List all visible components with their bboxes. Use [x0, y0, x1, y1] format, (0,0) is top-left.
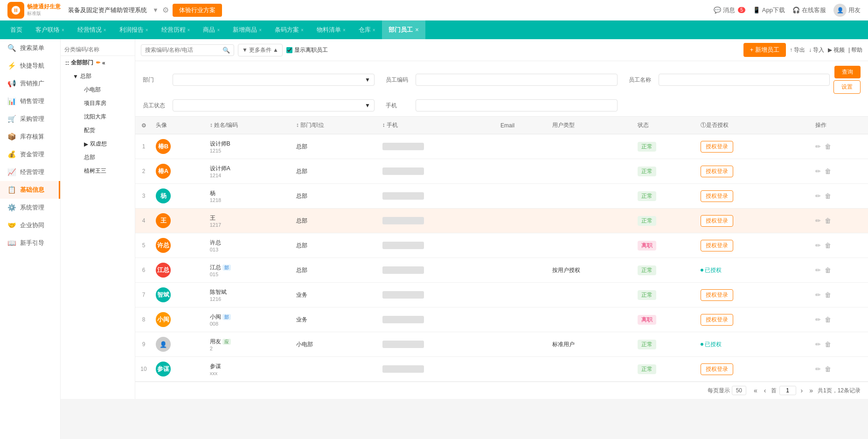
delete-icon[interactable]: 🗑 — [825, 217, 831, 224]
col-auth[interactable]: ①是否授权 — [697, 117, 793, 134]
nav-tab-仓库[interactable]: 仓库 × — [352, 21, 382, 39]
message-btn[interactable]: 💬 消息 5 — [714, 6, 745, 14]
prev-page-btn[interactable]: ‹ — [762, 386, 768, 395]
auth-button[interactable]: 授权登录 — [701, 190, 733, 202]
dept-item-xiangmukufang[interactable]: 项目库房 — [79, 97, 135, 110]
delete-icon[interactable]: 🗑 — [825, 167, 831, 175]
dept-edit-icon[interactable]: ✏ — [96, 60, 100, 66]
nav-tab-首页[interactable]: 首页 — [4, 21, 29, 39]
nav-tab-经营历程[interactable]: 经营历程 × — [155, 21, 197, 39]
sidebar-item-营销推广[interactable]: 📢营销推广 — [0, 75, 60, 92]
dept-item-zhishuwangsan[interactable]: 植树王三 — [79, 164, 135, 178]
all-dept-item[interactable]: :: 全部部门 ✏ « — [61, 56, 135, 70]
delete-icon[interactable]: 🗑 — [825, 242, 831, 249]
trial-button[interactable]: 体验行业方案 — [173, 4, 222, 17]
auth-button[interactable]: 授权登录 — [701, 363, 733, 375]
export-btn[interactable]: ↑ 导出 — [790, 46, 805, 54]
sidebar-item-经营管理[interactable]: 📈经营管理 — [0, 163, 60, 181]
search-input[interactable] — [145, 47, 221, 53]
app-download-btn[interactable]: 📱 App下载 — [753, 6, 785, 14]
auth-button[interactable]: 授权登录 — [701, 141, 733, 153]
dept-search-input[interactable] — [64, 46, 134, 53]
sidebar-item-销售管理[interactable]: 📊销售管理 — [0, 92, 60, 110]
auth-button[interactable]: 授权登录 — [701, 215, 733, 227]
dept-item-zongbu[interactable]: 总部 — [79, 151, 135, 164]
dept-item-shenyangdaku[interactable]: 沈阳大库 — [79, 110, 135, 124]
last-page-btn[interactable]: » — [807, 386, 815, 395]
dept-item-shuangxuxiang[interactable]: ▶双虚想 — [79, 137, 135, 151]
system-arrow-icon[interactable]: ▼ — [153, 7, 159, 14]
row-auth[interactable]: 授权登录 — [697, 307, 793, 332]
settings-icon[interactable]: ⚙ — [162, 6, 169, 14]
row-auth[interactable]: 授权登录 — [697, 209, 793, 233]
edit-icon[interactable]: ✏ — [815, 143, 821, 150]
delete-icon[interactable]: 🗑 — [825, 365, 831, 373]
next-page-btn[interactable]: › — [799, 386, 805, 395]
row-auth[interactable]: 授权登录 — [697, 233, 793, 258]
sidebar-item-库存核算[interactable]: 📦库存核算 — [0, 128, 60, 146]
sidebar-item-搜索菜单[interactable]: 🔍搜索菜单 — [0, 39, 60, 57]
video-btn[interactable]: ▶ 视频 — [828, 46, 845, 54]
more-filter-btn[interactable]: ▼ 更多条件 ▲ — [238, 44, 283, 56]
phone-input[interactable] — [416, 99, 618, 111]
col-dept[interactable]: ↕ 部门/职位 — [292, 117, 379, 134]
dept-item-general[interactable]: ▼ 总部 — [68, 70, 135, 83]
nav-tab-经营情况[interactable]: 经营情况 × — [71, 21, 113, 39]
sidebar-item-企业协同[interactable]: 🤝企业协同 — [0, 216, 60, 234]
nav-tab-利润报告[interactable]: 利润报告 × — [113, 21, 155, 39]
sidebar-item-新手引导[interactable]: 📖新手引导 — [0, 234, 60, 252]
delete-icon[interactable]: 🗑 — [825, 192, 831, 200]
page-size-value[interactable]: 50 — [732, 386, 746, 395]
online-service-btn[interactable]: 🎧 在线客服 — [792, 6, 826, 14]
emp-code-input[interactable] — [416, 74, 618, 86]
delete-icon[interactable]: 🗑 — [825, 291, 831, 299]
edit-icon[interactable]: ✏ — [815, 217, 821, 224]
delete-icon[interactable]: 🗑 — [825, 316, 831, 323]
col-name[interactable]: ↕ 姓名/编码 — [206, 117, 292, 134]
col-settings[interactable]: ⚙ — [135, 117, 152, 134]
row-auth[interactable]: 授权登录 — [697, 283, 793, 307]
sidebar-item-基础信息[interactable]: 📋基础信息 — [0, 181, 60, 199]
add-employee-button[interactable]: + 新增员工 — [743, 43, 786, 57]
edit-icon[interactable]: ✏ — [815, 316, 821, 323]
user-menu-btn[interactable]: 👤 用友 — [833, 4, 861, 17]
sidebar-item-系统管理[interactable]: ⚙️系统管理 — [0, 199, 60, 216]
dept-item-peihuo[interactable]: 配货 — [79, 124, 135, 137]
set-button[interactable]: 设置 — [833, 80, 861, 94]
dept-collapse-icon[interactable]: « — [102, 60, 105, 66]
tab-close-icon[interactable]: × — [416, 27, 419, 33]
delete-icon[interactable]: 🗑 — [825, 143, 831, 150]
delete-icon[interactable]: 🗑 — [825, 266, 831, 274]
row-auth[interactable]: 授权登录 — [697, 159, 793, 184]
col-phone[interactable]: ↕ 手机 — [379, 117, 497, 134]
import-btn[interactable]: ↓ 导入 — [809, 46, 824, 54]
edit-icon[interactable]: ✏ — [815, 242, 821, 249]
dept-filter-select[interactable]: ▼ — [173, 74, 375, 86]
auth-button[interactable]: 授权登录 — [701, 289, 733, 301]
auth-button[interactable]: 授权登录 — [701, 166, 733, 177]
nav-tab-条码方案[interactable]: 条码方案 × — [268, 21, 310, 39]
nav-tab-新增商品[interactable]: 新增商品 × — [226, 21, 268, 39]
search-icon[interactable]: 🔍 — [222, 47, 230, 54]
sidebar-item-采购管理[interactable]: 🛒采购管理 — [0, 110, 60, 128]
nav-tab-商品[interactable]: 商品 × — [196, 21, 226, 39]
auth-button[interactable]: 授权登录 — [701, 240, 733, 251]
first-page-btn[interactable]: « — [752, 386, 759, 395]
edit-icon[interactable]: ✏ — [815, 192, 821, 200]
help-btn[interactable]: | 帮助 — [848, 46, 862, 54]
show-resigned-label[interactable]: 显示离职员工 — [286, 46, 328, 54]
show-resigned-checkbox[interactable] — [286, 47, 292, 53]
edit-icon[interactable]: ✏ — [815, 167, 821, 175]
nav-tab-部门员工[interactable]: 部门员工 × — [382, 21, 425, 39]
delete-icon[interactable]: 🗑 — [825, 341, 831, 348]
query-button[interactable]: 查询 — [834, 66, 861, 78]
edit-icon[interactable]: ✏ — [815, 365, 821, 373]
row-auth[interactable]: 授权登录 — [697, 134, 793, 159]
dept-item-xiaodian[interactable]: 小电部 — [79, 83, 135, 97]
nav-tab-物料清单[interactable]: 物料清单 × — [310, 21, 352, 39]
row-auth[interactable]: 授权登录 — [697, 184, 793, 209]
edit-icon[interactable]: ✏ — [815, 291, 821, 299]
sidebar-item-快捷导航[interactable]: ⚡快捷导航 — [0, 57, 60, 75]
emp-name-input[interactable] — [659, 74, 830, 86]
row-auth[interactable]: 授权登录 — [697, 357, 793, 382]
